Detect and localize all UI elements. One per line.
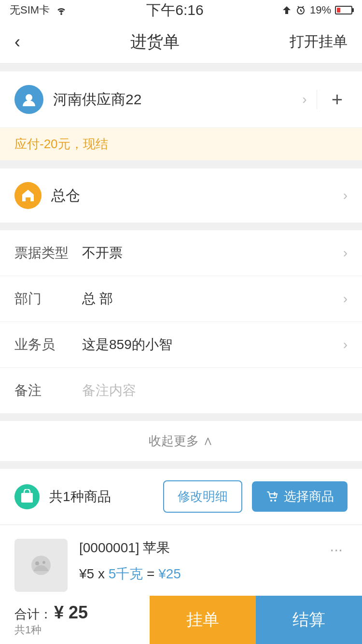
- remark-label: 备注: [14, 381, 82, 400]
- total-section: 合计： ¥ 25 共1种: [0, 602, 150, 637]
- warehouse-icon: [14, 182, 42, 209]
- notice-bar: 应付-20元，现结: [0, 128, 362, 161]
- supplier-name: 河南供应商22: [53, 90, 297, 110]
- status-carrier: 无SIM卡: [10, 3, 68, 17]
- checkout-button[interactable]: 结算: [256, 596, 362, 644]
- status-time: 下午6:16: [146, 0, 203, 20]
- supplier-chevron-icon: ›: [302, 92, 306, 107]
- sales-rep-row[interactable]: 业务员 这是859的小智 ›: [0, 322, 362, 368]
- department-chevron-icon: ›: [343, 291, 348, 307]
- svg-rect-8: [21, 493, 33, 503]
- bill-type-label: 票据类型: [14, 244, 82, 262]
- svg-point-9: [270, 500, 272, 502]
- products-header: 共1种商品 修改明细 选择商品: [0, 469, 362, 524]
- product-count-text: 共1种商品: [49, 488, 153, 506]
- department-label: 部门: [14, 290, 82, 308]
- department-row[interactable]: 部门 总 部 ›: [0, 276, 362, 322]
- svg-line-4: [298, 6, 299, 8]
- product-count-icon: [14, 484, 40, 509]
- back-button[interactable]: ‹: [14, 32, 20, 52]
- collapse-label: 收起更多 ∧: [149, 433, 213, 449]
- cart-icon: [265, 490, 279, 504]
- remark-input[interactable]: 备注内容: [82, 381, 348, 400]
- remark-row[interactable]: 备注 备注内容: [0, 368, 362, 413]
- status-right: 19%: [282, 4, 352, 16]
- total-label: 合计：: [14, 606, 52, 623]
- open-pending-button[interactable]: 打开挂单: [290, 32, 348, 52]
- add-button[interactable]: +: [327, 89, 348, 111]
- total-amount: ¥ 25: [54, 602, 88, 623]
- warehouse-section[interactable]: 总仓 ›: [0, 168, 362, 223]
- product-thumbnail: [14, 539, 68, 592]
- pending-button[interactable]: 挂单: [150, 596, 256, 644]
- warehouse-chevron-icon: ›: [343, 188, 348, 203]
- sales-rep-value: 这是859的小智: [82, 336, 338, 354]
- sales-rep-chevron-icon: ›: [343, 337, 348, 352]
- battery-icon: [335, 6, 352, 14]
- bill-type-row[interactable]: 票据类型 不开票 ›: [0, 230, 362, 276]
- battery-text: 19%: [310, 4, 331, 16]
- bill-type-value: 不开票: [82, 244, 338, 262]
- svg-rect-7: [26, 197, 30, 201]
- collapse-row[interactable]: 收起更多 ∧: [0, 421, 362, 461]
- carrier-text: 无SIM卡: [10, 3, 50, 17]
- price-text: ¥5 x: [79, 566, 109, 581]
- product-price: ¥5 x 5千克 = ¥25: [79, 565, 325, 583]
- location-icon: [282, 5, 292, 15]
- product-name: [0000001] 苹果: [79, 539, 325, 557]
- product-info: [0000001] 苹果 ¥5 x 5千克 = ¥25: [79, 539, 325, 583]
- quantity-text: 5千克: [109, 566, 143, 581]
- bottom-bar: 合计： ¥ 25 共1种 挂单 结算: [0, 596, 362, 644]
- alarm-icon: [295, 5, 306, 15]
- warehouse-name: 总仓: [51, 186, 338, 206]
- select-product-button[interactable]: 选择商品: [252, 481, 348, 512]
- product-item: [0000001] 苹果 ¥5 x 5千克 = ¥25 ···: [0, 525, 362, 605]
- svg-point-0: [60, 13, 62, 15]
- product-code: [0000001] 苹果: [79, 540, 170, 555]
- sales-rep-label: 业务员: [14, 336, 82, 354]
- total-text: ¥25: [158, 566, 181, 581]
- svg-point-6: [26, 94, 32, 101]
- nav-bar: ‹ 进货单 打开挂单: [0, 20, 362, 64]
- svg-line-5: [302, 6, 304, 8]
- section-divider: [0, 64, 362, 71]
- svg-point-15: [42, 561, 45, 564]
- warehouse-row[interactable]: 总仓 ›: [0, 168, 362, 223]
- edit-detail-button[interactable]: 修改明细: [163, 480, 242, 513]
- equals-text: =: [147, 566, 158, 581]
- supplier-row[interactable]: 河南供应商22 › +: [0, 71, 362, 128]
- total-count: 共1种: [14, 623, 135, 637]
- supplier-section: 河南供应商22 › + 应付-20元，现结: [0, 71, 362, 161]
- wifi-icon: [55, 5, 68, 15]
- supplier-avatar: [14, 85, 43, 114]
- department-value: 总 部: [82, 290, 338, 308]
- select-product-label: 选择商品: [284, 488, 334, 505]
- bill-type-chevron-icon: ›: [343, 245, 348, 261]
- row-divider: [317, 90, 317, 109]
- status-bar: 无SIM卡 下午6:16 19%: [0, 0, 362, 20]
- svg-point-10: [274, 500, 276, 502]
- page-title: 进货单: [130, 31, 180, 53]
- notice-text: 应付-20元，现结: [14, 137, 108, 151]
- svg-point-14: [35, 561, 39, 565]
- product-more-button[interactable]: ···: [325, 539, 348, 559]
- form-section: 票据类型 不开票 › 部门 总 部 › 业务员 这是859的小智 › 备注 备注…: [0, 230, 362, 413]
